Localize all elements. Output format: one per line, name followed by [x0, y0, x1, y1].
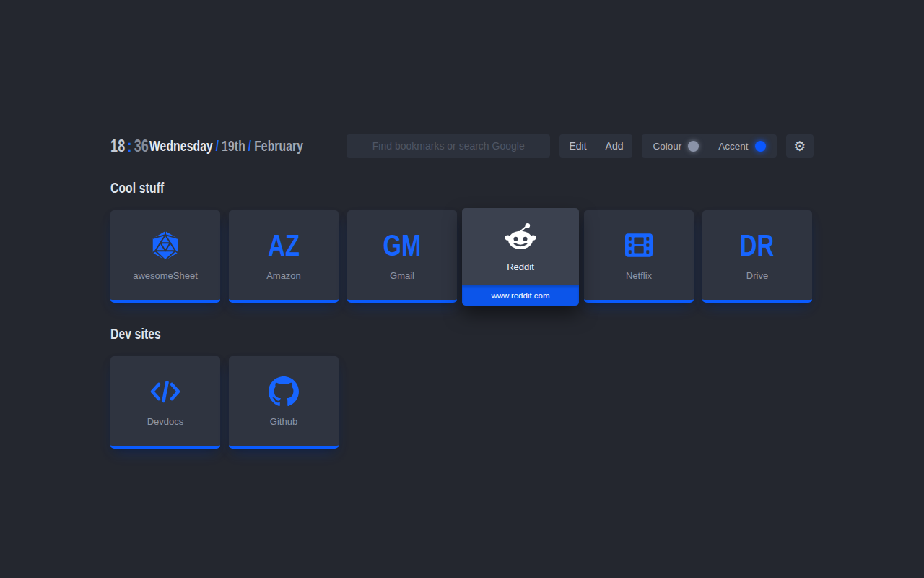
film-icon — [625, 230, 653, 262]
appearance-panel: Colour Accent — [642, 134, 776, 158]
accent-label: Accent — [718, 141, 748, 152]
bookmark-label: Github — [270, 416, 297, 427]
clock: 18:36 — [110, 137, 149, 156]
bookmark-grid-dev-sites: Devdocs Github — [110, 356, 814, 449]
date-month: February — [254, 138, 303, 154]
initials-icon: DR — [735, 230, 779, 262]
colour-swatch[interactable] — [688, 141, 699, 152]
bookmark-card-amazon[interactable]: AZ Amazon — [229, 210, 339, 303]
clock-minutes: 36 — [134, 137, 149, 155]
gem-icon — [149, 230, 182, 262]
bookmark-cell: awesomeSheet — [110, 210, 220, 303]
add-button[interactable]: Add — [596, 134, 633, 158]
edit-button[interactable]: Edit — [559, 134, 596, 158]
reddit-icon — [503, 221, 538, 253]
bookmark-card-netflix[interactable]: Netflix — [584, 210, 694, 303]
clock-date: 18:36 Wednesday/19th/February — [110, 137, 346, 156]
bookmark-card-github[interactable]: Github — [229, 356, 339, 449]
github-icon — [269, 376, 299, 407]
bookmark-cell: DR Drive — [702, 210, 812, 303]
bookmark-label: awesomeSheet — [133, 270, 198, 281]
date-weekday: Wednesday — [149, 138, 213, 154]
bookmark-grid-cool-stuff: awesomeSheet AZ Amazon GM Gmail — [110, 210, 814, 303]
edit-add-panel: Edit Add — [559, 134, 632, 158]
url-tooltip: www.reddit.com — [462, 285, 579, 306]
bookmark-cell: Reddit www.reddit.com — [466, 210, 575, 303]
date-separator: / — [216, 138, 219, 154]
bookmark-label: Drive — [746, 270, 768, 281]
clock-hours: 18 — [110, 137, 125, 155]
bookmark-label: Reddit — [507, 262, 534, 272]
initials-icon: GM — [378, 230, 427, 262]
bookmark-label: Gmail — [390, 270, 414, 281]
bookmark-label: Amazon — [266, 270, 301, 281]
initials-icon: AZ — [263, 230, 304, 262]
colour-label: Colour — [653, 141, 681, 152]
section-title-dev-sites: Dev sites — [110, 326, 161, 342]
gear-icon: ⚙ — [793, 139, 806, 153]
clock-separator: : — [127, 137, 131, 155]
bookmark-card-awesomesheet[interactable]: awesomeSheet — [110, 210, 220, 303]
bookmark-cell: GM Gmail — [347, 210, 457, 303]
bookmark-cell: Devdocs — [110, 356, 220, 449]
top-bar: 18:36 Wednesday/19th/February Edit Add C… — [110, 134, 814, 158]
settings-button[interactable]: ⚙ — [786, 134, 814, 158]
code-icon — [149, 376, 181, 407]
bookmark-cell: Github — [229, 356, 339, 449]
search-input[interactable] — [346, 134, 550, 158]
bookmark-cell: Netflix — [584, 210, 694, 303]
bookmark-card-gmail[interactable]: GM Gmail — [347, 210, 457, 303]
date-day: 19th — [222, 138, 245, 154]
new-tab-page: 18:36 Wednesday/19th/February Edit Add C… — [110, 0, 814, 449]
accent-swatch[interactable] — [755, 141, 766, 152]
bookmark-cell: AZ Amazon — [229, 210, 339, 303]
bookmark-label: Netflix — [626, 270, 652, 281]
bookmark-label: Devdocs — [147, 416, 184, 427]
bookmark-card-drive[interactable]: DR Drive — [702, 210, 812, 303]
bookmark-card-reddit[interactable]: Reddit www.reddit.com — [462, 208, 579, 306]
date-separator: / — [248, 138, 251, 154]
bookmark-card-body: Reddit — [462, 208, 579, 285]
bookmark-card-devdocs[interactable]: Devdocs — [110, 356, 220, 449]
date: Wednesday/19th/February — [149, 138, 303, 155]
section-title-cool-stuff: Cool stuff — [110, 180, 164, 197]
